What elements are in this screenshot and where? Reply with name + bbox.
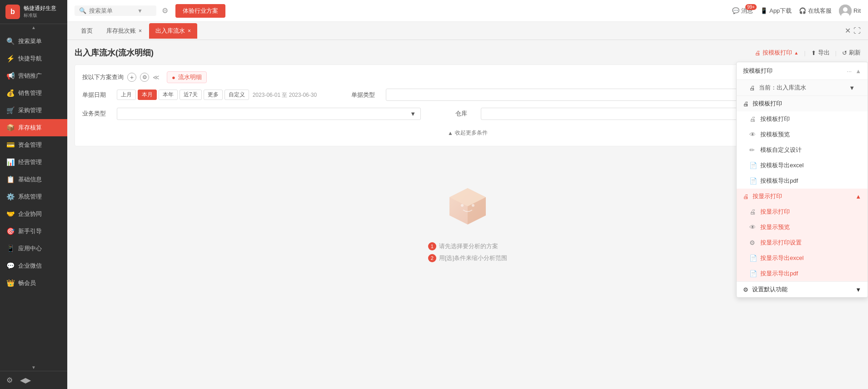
sidebar-item-enterprise[interactable]: 🤝 企业协同: [0, 205, 67, 223]
filter-add-btn[interactable]: +: [127, 73, 136, 82]
current-template-chevron: ▼: [849, 85, 855, 91]
filter-tag: ● 流水明细: [167, 71, 207, 83]
disp-excel-icon: 📄: [749, 254, 757, 262]
sidebar-item-wechat[interactable]: 💬 企业微信: [0, 257, 67, 274]
tpl-pdf-icon: 📄: [749, 177, 757, 185]
tab-batch-account-close[interactable]: ×: [139, 28, 142, 34]
sidebar-item-finance[interactable]: 💳 资金管理: [0, 136, 67, 154]
empty-hint-1: 1 请先选择要分析的方案: [428, 242, 507, 250]
sidebar-item-inventory[interactable]: 📦 库存核算: [0, 119, 67, 136]
sidebar-item-quick-nav[interactable]: ⚡ 快捷导航: [0, 50, 67, 67]
display-export-excel-item[interactable]: 📄 按显示导出excel: [737, 250, 868, 266]
page-actions: 🖨 按模板打印 ▲ | ⬆ 导出 | ↺ 刷新: [755, 49, 861, 57]
content-area: 出入库流水(流水明细) 🖨 按模板打印 ▲ | ⬆ 导出 | ↺ 刷新: [67, 40, 868, 389]
sidebar-item-vip[interactable]: 👑 畅会员: [0, 274, 67, 292]
tab-bar: 首页 库存批次账 × 出入库流水 × ✕ ⛶: [67, 22, 868, 40]
main-area: 🔍 ▼ ⚙ 体验行业方案 💬 消息 99+ 📱 App下载 🎧 在线客服: [67, 0, 868, 389]
tab-in-out-flow[interactable]: 出入库流水 ×: [149, 23, 197, 39]
print-template-btn[interactable]: 🖨 按模板打印 ▲: [755, 49, 798, 57]
print-dropdown-panel: 按模板打印 ··· ▲ 🖨 当前：出入库流水 ▼ 🖨 按模板打印: [736, 62, 868, 298]
disp-settings-icon: ⚙: [749, 239, 757, 246]
set-default-icon: ⚙: [743, 286, 748, 293]
display-print-settings-item[interactable]: ⚙ 按显示打印设置: [737, 235, 868, 250]
bottom-settings-icon[interactable]: ⚙: [6, 376, 13, 384]
sidebar-item-app-center[interactable]: 📱 应用中心: [0, 240, 67, 257]
vip-icon: 👑: [6, 279, 15, 287]
tab-home[interactable]: 首页: [75, 23, 99, 39]
tab-controls: ✕ ⛶: [845, 26, 861, 35]
set-default-btn[interactable]: ⚙ 设置默认功能 ▼: [737, 282, 868, 297]
tab-close-all-btn[interactable]: ✕: [845, 26, 851, 35]
topbar-gear-icon[interactable]: ⚙: [162, 6, 168, 15]
date-this-month-btn[interactable]: 本月: [138, 90, 157, 100]
search-chevron-icon[interactable]: ▼: [137, 8, 143, 14]
topbar-right: 💬 消息 99+ 📱 App下载 🎧 在线客服 Rit: [732, 5, 861, 17]
topbar-search-box[interactable]: 🔍 ▼: [75, 5, 156, 16]
tab-expand-btn[interactable]: ⛶: [853, 27, 861, 35]
tab-batch-account[interactable]: 库存批次账 ×: [100, 23, 148, 39]
message-btn[interactable]: 💬 消息 99+: [732, 7, 753, 15]
display-export-pdf-item[interactable]: 📄 按显示导出pdf: [737, 266, 868, 281]
empty-hints: 1 请先选择要分析的方案 2 用[选]条件来缩小分析范围: [428, 242, 507, 262]
disp-print-icon: 🖨: [749, 208, 757, 215]
base-info-icon: 📋: [6, 175, 15, 184]
date-more-btn[interactable]: 更多: [204, 90, 223, 100]
display-print-group-header[interactable]: 🖨 按显示打印 ▲: [737, 189, 868, 204]
business-type-select[interactable]: ▼: [117, 108, 421, 120]
filter-tag-icon: ●: [172, 74, 175, 81]
purchase-icon: 🛒: [6, 106, 15, 115]
sidebar-item-search[interactable]: 🔍 搜索菜单: [0, 33, 67, 50]
message-icon: 💬: [732, 7, 739, 14]
template-export-excel-item[interactable]: 📄 按模板导出excel: [737, 158, 868, 173]
svg-point-1: [843, 7, 848, 12]
refresh-btn[interactable]: ↺ 刷新: [842, 49, 861, 57]
topbar: 🔍 ▼ ⚙ 体验行业方案 💬 消息 99+ 📱 App下载 🎧 在线客服: [67, 0, 868, 22]
date-custom-btn[interactable]: 自定义: [224, 90, 249, 100]
dropdown-more-icon[interactable]: ···: [847, 68, 852, 75]
date-this-year-btn[interactable]: 本年: [159, 90, 178, 100]
tab-in-out-flow-close[interactable]: ×: [188, 28, 191, 34]
sidebar-item-sales[interactable]: 💰 销售管理: [0, 85, 67, 102]
sidebar-item-system[interactable]: ⚙️ 系统管理: [0, 188, 67, 205]
display-print-header-icon: 🖨: [743, 193, 749, 200]
date-range-display: 2023-06-01 至 2023-06-30: [253, 91, 317, 99]
industry-btn[interactable]: 体验行业方案: [175, 4, 225, 18]
system-icon: ⚙️: [6, 193, 15, 201]
sidebar-item-operations[interactable]: 📊 经营管理: [0, 154, 67, 171]
template-print-header-icon: 🖨: [743, 100, 749, 107]
template-print-group-header[interactable]: 🖨 按模板打印: [737, 96, 868, 111]
date-7days-btn[interactable]: 近7天: [180, 90, 202, 100]
app-download-btn[interactable]: 📱 App下载: [760, 7, 792, 15]
sidebar-nav: 🔍 搜索菜单 ⚡ 快捷导航 📢 营销推广 💰 销售管理 🛒 采购管理 📦 库存核…: [0, 31, 67, 364]
template-export-pdf-item[interactable]: 📄 按模板导出pdf: [737, 173, 868, 189]
template-preview-item[interactable]: 👁 按模板预览: [737, 127, 868, 142]
sidebar-item-base-info[interactable]: 📋 基础信息: [0, 171, 67, 188]
svg-point-6: [461, 204, 464, 207]
sidebar-item-purchase[interactable]: 🛒 采购管理: [0, 102, 67, 119]
date-prev-month-btn[interactable]: 上月: [117, 90, 136, 100]
sidebar-item-marketing[interactable]: 📢 营销推广: [0, 67, 67, 85]
quick-nav-icon: ⚡: [6, 55, 15, 63]
display-print-chevron: ▲: [855, 193, 861, 200]
search-icon: 🔍: [79, 7, 86, 14]
filter-collapse-icon[interactable]: ≪: [153, 74, 160, 81]
app-center-icon: 📱: [6, 244, 15, 253]
sidebar-item-guide[interactable]: 🎯 新手引导: [0, 223, 67, 240]
date-filter: 上月 本月 本年 近7天 更多 自定义 2023-06-01 至 2023-06…: [117, 90, 317, 100]
export-btn[interactable]: ⬆ 导出: [811, 49, 830, 57]
dropdown-chevron-up-icon[interactable]: ▲: [855, 68, 861, 75]
logo-area: b 畅捷通好生意 标准版: [0, 0, 67, 24]
search-input[interactable]: [89, 7, 135, 14]
template-custom-item[interactable]: ✏ 模板自定义设计: [737, 142, 868, 158]
user-area[interactable]: Rit: [839, 5, 861, 17]
display-print-item[interactable]: 🖨 按显示打印: [737, 204, 868, 219]
empty-illustration: [440, 179, 495, 233]
service-btn[interactable]: 🎧 在线客服: [799, 7, 832, 15]
filter-settings-btn[interactable]: ⚙: [140, 73, 149, 82]
app-download-icon: 📱: [760, 7, 768, 14]
bottom-collapse-icon[interactable]: ◀▶: [20, 376, 31, 384]
display-preview-item[interactable]: 👁 按显示预览: [737, 219, 868, 235]
tpl-preview-icon: 👁: [749, 131, 757, 138]
template-print-item[interactable]: 🖨 按模板打印: [737, 111, 868, 127]
current-template-item[interactable]: 🖨 当前：出入库流水 ▼: [737, 80, 868, 96]
